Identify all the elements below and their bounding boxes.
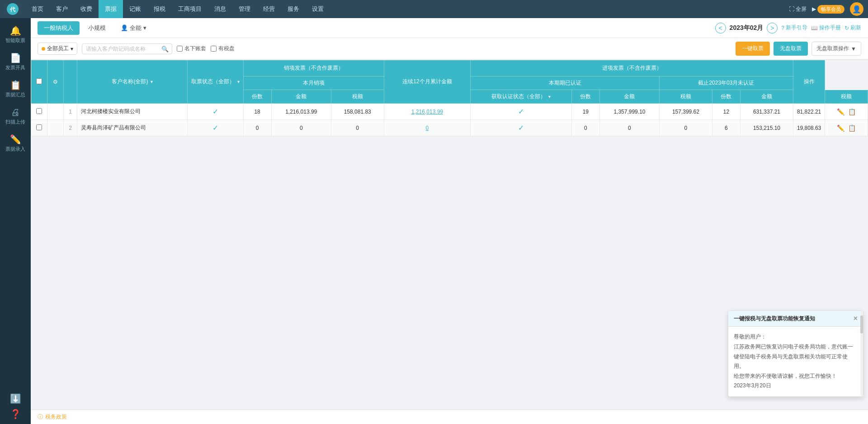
account-filter-checkbox[interactable] bbox=[177, 46, 183, 52]
smart-fetch-icon: 🔔 bbox=[10, 26, 21, 35]
row2-copies-un: 6 bbox=[712, 120, 740, 136]
row1-tax: 158,081.83 bbox=[331, 104, 384, 120]
help-icon[interactable]: ❓ bbox=[10, 409, 21, 419]
notification-text: 江苏政务网已恢复访问电子税务局功能，意代账一键登陆电子税务局与无盘取票相关功能可… bbox=[734, 342, 858, 372]
row1-edit-icon[interactable]: ✏️ bbox=[837, 108, 844, 115]
question-icon: ? bbox=[781, 25, 784, 31]
one-key-fetch-button[interactable]: 一键取票 bbox=[736, 42, 770, 56]
notification-greeting: 尊敬的用户： bbox=[734, 332, 858, 342]
th-copies-out: 份数 bbox=[243, 90, 271, 104]
bottom-bar: ⓘ 税务政策 bbox=[31, 410, 868, 424]
play-icon: ▶ bbox=[812, 6, 816, 12]
download-icon[interactable]: ⬇️ bbox=[10, 393, 21, 404]
nav-management[interactable]: 管理 bbox=[232, 0, 257, 18]
table-row: 2 灵寿县尚泽矿产品有限公司 ✓ 0 0 0 0 ✓ 0 0 bbox=[31, 120, 868, 136]
customer-filter-icon[interactable]: ▾ bbox=[151, 79, 153, 84]
nav-invoice[interactable]: 票据 bbox=[99, 0, 123, 18]
get-status-filter-icon[interactable]: ▾ bbox=[548, 94, 551, 99]
row1-cumulative[interactable]: 1,216,013.99 bbox=[384, 104, 471, 120]
nav-billing[interactable]: 收费 bbox=[74, 0, 99, 18]
member-button[interactable]: ▶ 畅享会员 bbox=[812, 5, 844, 14]
row2-fetch-status: ✓ bbox=[188, 120, 243, 136]
row2-checkbox-cell bbox=[31, 120, 47, 136]
person-icon: 👤 bbox=[121, 24, 128, 31]
sidebar-item-scan-upload[interactable]: 🖨 扫描上传 bbox=[1, 104, 29, 129]
info-icon: ⓘ bbox=[38, 413, 43, 421]
nav-right-area: ⛶ 全屏 ▶ 畅享会员 👤 bbox=[789, 2, 863, 16]
row2-cumulative[interactable]: 0 bbox=[384, 120, 471, 136]
refresh-link[interactable]: ↻ 刷新 bbox=[844, 24, 861, 32]
refresh-icon: ↻ bbox=[844, 25, 849, 31]
nav-settings[interactable]: 设置 bbox=[306, 0, 330, 18]
no-device-ops-button[interactable]: 无盘取票操作 ▼ bbox=[811, 42, 861, 56]
row2-fetch-check-icon: ✓ bbox=[212, 124, 218, 132]
sidebar-item-invoice-entry[interactable]: ✏️ 票据录入 bbox=[1, 131, 29, 156]
nav-customer[interactable]: 客户 bbox=[50, 0, 74, 18]
tab-actions: ? 新手引导 📖 操作手册 ↻ 刷新 bbox=[781, 24, 861, 32]
nav-business[interactable]: 工商项目 bbox=[172, 0, 208, 18]
row1-tax-in: 157,399.62 bbox=[659, 104, 712, 120]
next-month-button[interactable]: > bbox=[767, 23, 778, 33]
tab-all[interactable]: 👤 全能 ▾ bbox=[114, 21, 153, 35]
invoice-entry-icon: ✏️ bbox=[10, 135, 21, 144]
nav-service[interactable]: 服务 bbox=[281, 0, 306, 18]
nav-home[interactable]: 首页 bbox=[25, 0, 50, 18]
tax-device-filter-checkbox[interactable] bbox=[211, 46, 217, 52]
prev-month-button[interactable]: < bbox=[715, 23, 726, 33]
th-out-invoice-group: 销项发票（不含作废票） bbox=[243, 60, 384, 76]
invoice-issue-icon: 📄 bbox=[10, 53, 21, 62]
filter-bar: 全部员工 ▾ 🔍 名下账套 有税盘 一键取票 无盘取票 无盘取票操作 ▼ bbox=[31, 38, 868, 60]
row2-detail-icon[interactable]: 📋 bbox=[848, 124, 856, 132]
notification-popup: 一键报税与无盘取票功能恢复通知 × 尊敬的用户： 江苏政务网已恢复访问电子税务局… bbox=[728, 310, 863, 397]
row2-edit-icon[interactable]: ✏️ bbox=[837, 124, 844, 132]
beginner-guide-link[interactable]: ? 新手引导 bbox=[781, 24, 807, 32]
nav-tax[interactable]: 报税 bbox=[147, 0, 172, 18]
nav-accounting[interactable]: 记账 bbox=[123, 0, 147, 18]
th-fetch-status: 取票状态（全部） ▾ bbox=[188, 60, 243, 104]
row1-fetch-check-icon: ✓ bbox=[212, 108, 218, 115]
row1-number: 1 bbox=[64, 104, 77, 120]
scan-upload-icon: 🖨 bbox=[11, 108, 20, 117]
row2-checkbox[interactable] bbox=[36, 124, 42, 130]
sidebar-bottom: ⬇️ ❓ bbox=[10, 393, 21, 419]
row2-amount-in: 0 bbox=[599, 120, 659, 136]
tab-general-taxpayer[interactable]: 一般纳税人 bbox=[38, 21, 80, 35]
tax-device-filter-label[interactable]: 有税盘 bbox=[211, 45, 235, 52]
th-checkbox bbox=[31, 60, 47, 104]
sidebar-item-invoice-issue[interactable]: 📄 发票开具 bbox=[1, 50, 29, 75]
employee-select[interactable]: 全部员工 ▾ bbox=[38, 43, 77, 55]
user-avatar[interactable]: 👤 bbox=[850, 2, 863, 16]
notification-close-button[interactable]: × bbox=[854, 314, 858, 323]
notification-scrollbar[interactable] bbox=[860, 311, 863, 396]
tab-small-scale[interactable]: 小规模 bbox=[82, 21, 112, 35]
row2-customer-name: 灵寿县尚泽矿产品有限公司 bbox=[77, 120, 188, 136]
settings-gear-icon[interactable]: ⚙ bbox=[53, 79, 58, 85]
row1-detail-icon[interactable]: 📋 bbox=[848, 108, 856, 115]
fetch-filter-icon[interactable]: ▾ bbox=[237, 79, 240, 84]
no-device-fetch-button[interactable]: 无盘取票 bbox=[774, 42, 808, 56]
th-customer-name: 客户名称(全部) ▾ bbox=[77, 60, 188, 104]
filter-bar-buttons: 一键取票 无盘取票 无盘取票操作 ▼ bbox=[736, 42, 861, 56]
account-filter-label[interactable]: 名下账套 bbox=[177, 45, 206, 52]
search-icon[interactable]: 🔍 bbox=[161, 45, 169, 52]
invoice-table: ⚙ 客户名称(全部) ▾ 取票状态（全部） ▾ 销项发票（不含作废票） 连续12… bbox=[31, 60, 868, 136]
manual-link[interactable]: 📖 操作手册 bbox=[811, 24, 841, 32]
sidebar-item-invoice-summary[interactable]: 📋 票据汇总 bbox=[1, 77, 29, 102]
row1-checkbox[interactable] bbox=[36, 108, 42, 114]
th-tax-in: 税额 bbox=[659, 90, 712, 104]
th-get-status: 获取认证状态（全部） ▾ bbox=[471, 90, 571, 104]
search-input[interactable] bbox=[82, 43, 172, 54]
th-this-period-confirmed: 本期期已认证 bbox=[471, 76, 660, 90]
notification-title: 一键报税与无盘取票功能恢复通知 bbox=[734, 315, 815, 323]
sidebar-item-smart-fetch[interactable]: 🔔 智能取票 bbox=[1, 23, 29, 48]
row2-get-check-icon: ✓ bbox=[518, 124, 524, 132]
ops-dropdown-icon: ▼ bbox=[851, 46, 856, 52]
row1-amount: 1,216,013.99 bbox=[271, 104, 331, 120]
fullscreen-button[interactable]: ⛶ 全屏 bbox=[789, 5, 807, 13]
nav-message[interactable]: 消息 bbox=[208, 0, 232, 18]
nav-operation[interactable]: 经营 bbox=[257, 0, 281, 18]
th-this-month-sales: 本月销项 bbox=[243, 76, 384, 90]
row2-amount: 0 bbox=[271, 120, 331, 136]
select-all-checkbox[interactable] bbox=[36, 78, 42, 84]
tax-policy-link[interactable]: 税务政策 bbox=[45, 413, 67, 421]
